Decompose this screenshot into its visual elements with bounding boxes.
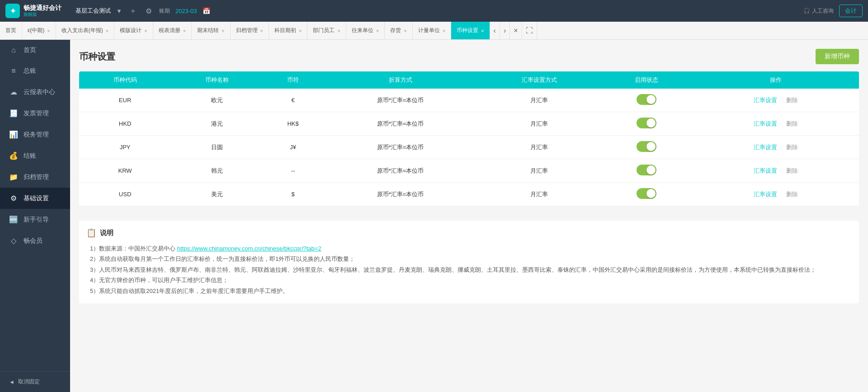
- tab-close-icon[interactable]: ×: [481, 28, 484, 33]
- guide-icon: 🆕: [9, 215, 18, 224]
- sidebar-item-label: 畅会员: [24, 237, 42, 245]
- sidebar-item-label: 结账: [24, 152, 36, 160]
- logo-icon: ✦: [5, 4, 20, 18]
- tab-label: 科目期初: [274, 27, 296, 34]
- delete-link[interactable]: 删除: [786, 120, 798, 127]
- tab-close-icon[interactable]: ×: [47, 28, 50, 33]
- rate-setting-link[interactable]: 汇率设置: [754, 191, 777, 198]
- rate-setting-link[interactable]: 汇率设置: [754, 167, 777, 174]
- cell-name: 美元: [171, 183, 263, 206]
- delete-link[interactable]: 删除: [786, 97, 798, 104]
- ledger-icon: ≡: [9, 67, 18, 75]
- cell-action: 汇率设置 删除: [693, 136, 859, 159]
- tab-close-icon[interactable]: ×: [443, 28, 445, 33]
- content-area: 币种设置 新增币种 币种代码 币种名称 币符 折算方式 汇率设置方式 启用状态 …: [70, 40, 868, 392]
- tab-label: 往来单位: [352, 27, 373, 34]
- status-toggle[interactable]: [637, 188, 656, 199]
- tab-period-close[interactable]: 期末结转 ×: [192, 22, 230, 39]
- tab-tax-list[interactable]: 税表清册 ×: [153, 22, 192, 39]
- delete-link[interactable]: 删除: [786, 144, 798, 151]
- col-code: 币种代码: [79, 71, 171, 89]
- tab-close-icon[interactable]: ×: [144, 28, 147, 33]
- cell-rate-type: 月汇率: [477, 112, 601, 136]
- tab-close-icon[interactable]: ×: [106, 28, 108, 33]
- tab-inventory[interactable]: 存货 ×: [385, 22, 412, 39]
- tab-archive[interactable]: 归档管理 ×: [231, 22, 269, 39]
- sidebar-item-label: 云报表中心: [24, 88, 55, 96]
- rate-setting-link[interactable]: 汇率设置: [754, 120, 777, 127]
- cell-status: [601, 183, 693, 206]
- notice-title: 📋 说明: [86, 228, 852, 238]
- company-dropdown-icon[interactable]: ▼: [116, 8, 122, 14]
- account-button[interactable]: 会计: [839, 5, 863, 17]
- tab-dept-staff[interactable]: 部门员工 ×: [307, 22, 346, 39]
- status-toggle[interactable]: [637, 94, 656, 105]
- tab-close-icon[interactable]: ×: [222, 28, 224, 33]
- new-currency-button[interactable]: 新增币种: [816, 49, 859, 64]
- notice-item: 3）人民币对马来西亚林吉特、俄罗斯卢布、南非兰特、韩元、阿联酋迪拉姆、沙特里亚尔…: [86, 264, 852, 275]
- sidebar-item-home[interactable]: ⌂ 首页: [0, 40, 70, 61]
- cell-action: 汇率设置 删除: [693, 183, 859, 206]
- tab-close-icon[interactable]: ×: [337, 28, 340, 33]
- status-toggle[interactable]: [637, 118, 656, 128]
- cell-name: 日圆: [171, 136, 263, 159]
- tax-icon: 📊: [9, 130, 18, 139]
- settings-icon[interactable]: ⚙: [144, 7, 154, 15]
- tab-next-button[interactable]: ›: [500, 22, 510, 39]
- calendar-icon[interactable]: 📅: [203, 7, 210, 14]
- cell-action: 汇率设置 删除: [693, 159, 859, 183]
- sidebar-item-archive[interactable]: 📁 归档管理: [0, 166, 70, 188]
- tab-close-icon[interactable]: ×: [260, 28, 263, 33]
- delete-link[interactable]: 删除: [786, 191, 798, 198]
- archive-icon: 📁: [9, 173, 18, 181]
- tab-expand-button[interactable]: ⛶: [522, 22, 537, 39]
- status-toggle[interactable]: [637, 165, 656, 175]
- tab-home[interactable]: 首页: [0, 22, 22, 39]
- tab-annual[interactable]: 收入支出表(年报) ×: [56, 22, 114, 39]
- tab-close-all-button[interactable]: ×: [510, 22, 522, 39]
- tab-currency[interactable]: 币种设置 ×: [451, 22, 490, 39]
- tab-contacts[interactable]: 往来单位 ×: [346, 22, 385, 39]
- service-button[interactable]: 🎧 人工咨询: [803, 7, 834, 15]
- delete-link[interactable]: 删除: [786, 167, 798, 174]
- cell-rate-type: 月汇率: [477, 183, 601, 206]
- sidebar-pin-toggle[interactable]: ◄ 取消固定: [0, 371, 70, 392]
- tab-close-icon[interactable]: ×: [376, 28, 379, 33]
- status-toggle[interactable]: [637, 141, 656, 152]
- cell-action: 汇率设置 删除: [693, 112, 859, 136]
- main-layout: ⌂ 首页 ≡ 总账 ☁ 云报表中心 🧾 发票管理 📊 税务管理 💰 结账 📁 归…: [0, 40, 868, 392]
- table-row: HKD 港元 HK$ 原币*汇率=本位币 月汇率 汇率设置 删除: [79, 112, 859, 136]
- rate-setting-link[interactable]: 汇率设置: [754, 144, 777, 151]
- tab-label: 归档管理: [236, 27, 258, 34]
- notice-link[interactable]: https://www.chinamoney.com.cn/chinese/bk…: [177, 245, 321, 252]
- page-title-row: 币种设置 新增币种: [79, 49, 859, 64]
- tab-close-icon[interactable]: ×: [183, 28, 186, 33]
- tab-template[interactable]: 模版设计 ×: [114, 22, 153, 39]
- tab-midterm[interactable]: ε(中期) ×: [22, 22, 56, 39]
- cell-calc: 原币*汇率=本位币: [323, 183, 477, 206]
- sidebar-item-settle[interactable]: 💰 结账: [0, 145, 70, 166]
- tab-close-icon[interactable]: ×: [299, 28, 302, 33]
- tab-units[interactable]: 计量单位 ×: [413, 22, 451, 39]
- col-symbol: 币符: [263, 71, 323, 89]
- sidebar-item-invoice[interactable]: 🧾 发票管理: [0, 103, 70, 124]
- sidebar-item-ledger[interactable]: ≡ 总账: [0, 61, 70, 81]
- settle-icon: 💰: [9, 151, 18, 160]
- cell-calc: 原币*汇率=本位币: [323, 89, 477, 112]
- sidebar: ⌂ 首页 ≡ 总账 ☁ 云报表中心 🧾 发票管理 📊 税务管理 💰 结账 📁 归…: [0, 40, 70, 392]
- tab-prev-button[interactable]: ‹: [490, 22, 500, 39]
- cell-status: [601, 159, 693, 183]
- cell-status: [601, 136, 693, 159]
- sidebar-item-label: 总账: [24, 67, 36, 75]
- sidebar-item-guide[interactable]: 🆕 新手引导: [0, 209, 70, 230]
- sidebar-item-member[interactable]: ◇ 畅会员: [0, 230, 70, 251]
- add-icon[interactable]: ＋: [127, 6, 138, 16]
- tab-subject-init[interactable]: 科目期初 ×: [269, 22, 307, 39]
- notice-item: 5）系统只能自动抓取2021年度后的汇率，之前年度汇率需要用户手工维护。: [86, 286, 852, 296]
- tab-close-icon[interactable]: ×: [404, 28, 406, 33]
- sidebar-item-report[interactable]: ☁ 云报表中心: [0, 81, 70, 103]
- sidebar-item-settings[interactable]: ⚙ 基础设置: [0, 188, 70, 209]
- rate-setting-link[interactable]: 汇率设置: [754, 97, 777, 104]
- app-name: 畅捷通好会计: [24, 4, 61, 12]
- sidebar-item-tax[interactable]: 📊 税务管理: [0, 124, 70, 145]
